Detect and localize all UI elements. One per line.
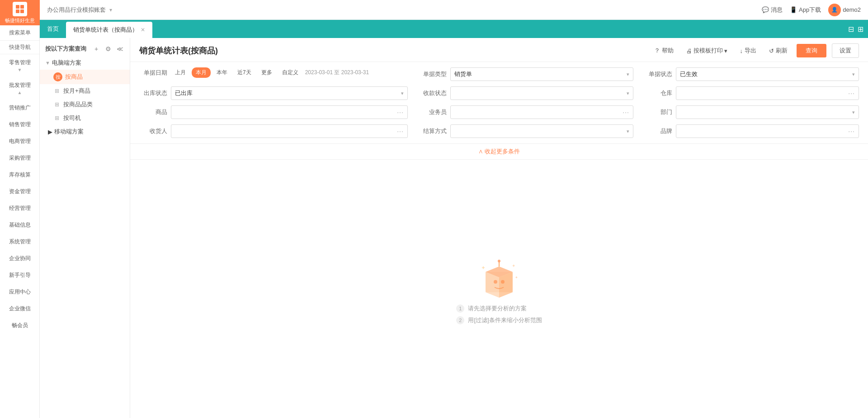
sidebar-item-corpwechat[interactable]: 企业微信 bbox=[0, 300, 39, 317]
sidebar-item-finance[interactable]: 资金管理 bbox=[0, 183, 39, 200]
sidebar-item-basic[interactable]: 基础信息 bbox=[0, 217, 39, 233]
filter-item-payment: 收款状态 ▾ bbox=[419, 86, 633, 100]
svg-rect-1 bbox=[20, 5, 24, 9]
settings-btn[interactable]: 设置 bbox=[832, 43, 859, 58]
sidebar-item-appcenter[interactable]: 应用中心 bbox=[0, 284, 39, 300]
salesperson-label: 业务员 bbox=[419, 108, 450, 116]
product-input[interactable]: ··· bbox=[171, 105, 408, 119]
date-range-value: 2023-03-01 至 2023-03-31 bbox=[305, 69, 369, 76]
collapse-panel-btn[interactable]: ≪ bbox=[115, 44, 124, 53]
newbie-label: 新手引导 bbox=[9, 271, 31, 279]
tab-report-close[interactable]: ✕ bbox=[141, 27, 145, 33]
svg-rect-2 bbox=[16, 10, 19, 13]
salesperson-input[interactable]: ··· bbox=[450, 105, 633, 119]
settings-scheme-btn[interactable]: ⚙ bbox=[104, 44, 113, 53]
sidebar-quicknav[interactable]: 快捷导航 bbox=[0, 41, 39, 54]
tab-report[interactable]: 销货单统计表（按商品） ✕ bbox=[66, 22, 152, 38]
sidebar-item-wholesale[interactable]: 批发管理 ▲ bbox=[0, 77, 39, 100]
app-download-label: App下载 bbox=[799, 6, 821, 14]
app-logo[interactable]: 畅捷情好生意 bbox=[0, 0, 40, 25]
tree-group-desktop-label: 电脑端方案 bbox=[52, 59, 81, 67]
outstatus-input[interactable]: 已出库 ▾ bbox=[171, 86, 408, 100]
sidebar-item-retail[interactable]: 零售管理 ▼ bbox=[0, 54, 39, 77]
receiver-dots: ··· bbox=[397, 128, 404, 135]
tree-item-by-month-product[interactable]: ⊞ 按月+商品 bbox=[40, 84, 130, 98]
warehouse-label: 仓库 bbox=[644, 89, 676, 97]
billtype-input[interactable]: 销货单 ▾ bbox=[450, 67, 633, 81]
filter-item-brand: 品牌 ··· bbox=[644, 124, 859, 138]
payment-input[interactable]: ▾ bbox=[450, 86, 633, 100]
sidebar-item-operations[interactable]: 经营管理 bbox=[0, 200, 39, 217]
query-btn[interactable]: 查询 bbox=[797, 44, 826, 57]
empty-tip-2: 2 用[过滤]条件来缩小分析范围 bbox=[456, 316, 542, 324]
wholesale-label: 批发管理 bbox=[9, 81, 31, 89]
filter-item-department: 部门 ▾ bbox=[644, 105, 859, 119]
help-btn[interactable]: ？ 帮助 bbox=[651, 45, 677, 57]
tip-num-1: 1 bbox=[456, 304, 464, 313]
receiver-input[interactable]: ··· bbox=[171, 124, 408, 138]
topbar-dropdown-arrow[interactable]: ▾ bbox=[109, 7, 112, 13]
export-icon: ↓ bbox=[740, 48, 743, 54]
sidebar-item-member[interactable]: 畅会员 bbox=[0, 317, 39, 334]
product-label: 商品 bbox=[139, 108, 171, 116]
outstatus-value: 已出库 bbox=[175, 89, 193, 97]
active-dot-icon: 按 bbox=[53, 72, 62, 81]
date-label: 单据日期 bbox=[139, 69, 171, 77]
refresh-btn[interactable]: ↺ 刷新 bbox=[765, 45, 791, 57]
tree-group-mobile-label: 移动端方案 bbox=[54, 128, 84, 136]
member-label: 畅会员 bbox=[12, 322, 28, 329]
tab-maximize-btn[interactable]: ⊞ bbox=[858, 25, 863, 33]
date-btn-custom[interactable]: 自定义 bbox=[278, 67, 302, 78]
date-btn-thisyear[interactable]: 本年 bbox=[212, 67, 231, 78]
sidebar-item-ecommerce[interactable]: 电商管理 bbox=[0, 133, 39, 150]
tab-home[interactable]: 首页 bbox=[40, 20, 66, 38]
svg-rect-3 bbox=[20, 10, 24, 13]
sidebar-item-marketing[interactable]: 营销推广 bbox=[0, 100, 39, 116]
sidebar-item-sales[interactable]: 销售管理 bbox=[0, 116, 39, 133]
filter-item-billstatus: 单据状态 已生效 ▾ bbox=[644, 67, 859, 81]
avatar-img: 👤 bbox=[831, 7, 838, 13]
department-input[interactable]: ▾ bbox=[676, 105, 859, 119]
tree-group-mobile-header[interactable]: ▶ 移动端方案 bbox=[40, 125, 130, 138]
filter-item-date: 单据日期 上月 本月 本年 近7天 更多 自定义 2023-03-01 至 20… bbox=[139, 67, 408, 78]
sidebar-item-enterprise[interactable]: 企业协同 bbox=[0, 250, 39, 267]
sidebar-item-newbie[interactable]: 新手引导 bbox=[0, 267, 39, 284]
outstatus-label: 出库状态 bbox=[139, 89, 171, 97]
date-btn-lastmonth[interactable]: 上月 bbox=[171, 67, 190, 78]
purchase-label: 采购管理 bbox=[9, 154, 31, 162]
tree-item-by-cashier[interactable]: ⊞ 按司机 bbox=[40, 111, 130, 125]
sidebar-item-inventory[interactable]: 库存核算 bbox=[0, 166, 39, 183]
app-download-btn[interactable]: 📱 App下载 bbox=[790, 6, 821, 14]
topbar-right: 💬 消息 📱 App下载 👤 demo2 bbox=[762, 4, 861, 16]
add-scheme-btn[interactable]: + bbox=[92, 44, 101, 53]
message-btn[interactable]: 💬 消息 bbox=[762, 6, 783, 14]
template-print-btn[interactable]: 🖨 按模板打印 ▾ bbox=[683, 45, 731, 57]
collapse-btn[interactable]: ∧ 收起更多条件 bbox=[130, 144, 868, 160]
sidebar-item-system[interactable]: 系统管理 bbox=[0, 233, 39, 250]
billstatus-value: 已生效 bbox=[680, 70, 698, 78]
date-btn-more[interactable]: 更多 bbox=[257, 67, 276, 78]
refresh-label: 刷新 bbox=[776, 47, 788, 55]
tree-group-desktop-header[interactable]: ▼ 电脑端方案 bbox=[40, 56, 130, 70]
filter-row-1: 单据日期 上月 本月 本年 近7天 更多 自定义 2023-03-01 至 20… bbox=[139, 67, 859, 81]
warehouse-input[interactable]: ··· bbox=[676, 86, 859, 100]
svg-text:✦: ✦ bbox=[481, 265, 486, 271]
brand-label: 品牌 bbox=[644, 127, 676, 135]
page-actions: ？ 帮助 🖨 按模板打印 ▾ ↓ 导出 ↺ 刷新 bbox=[651, 43, 859, 58]
message-label: 消息 bbox=[771, 6, 783, 14]
template-print-arrow: ▾ bbox=[724, 48, 727, 54]
sidebar-item-purchase[interactable]: 采购管理 bbox=[0, 150, 39, 166]
user-avatar-btn[interactable]: 👤 demo2 bbox=[828, 4, 861, 16]
tree-item-by-product[interactable]: 按 按商品 bbox=[40, 70, 130, 84]
tree-item-by-category[interactable]: ⊞ 按商品品类 bbox=[40, 98, 130, 111]
date-btn-thismonth[interactable]: 本月 bbox=[192, 67, 211, 78]
sidebar-search[interactable]: 搜索菜单 bbox=[0, 25, 39, 41]
export-btn[interactable]: ↓ 导出 bbox=[736, 45, 760, 57]
brand-input[interactable]: ··· bbox=[676, 124, 859, 138]
tab-minimize-btn[interactable]: ⊟ bbox=[848, 25, 854, 33]
settlement-input[interactable]: ▾ bbox=[450, 124, 633, 138]
export-label: 导出 bbox=[745, 47, 756, 55]
billstatus-input[interactable]: 已生效 ▾ bbox=[676, 67, 859, 81]
tip-text-2: 用[过滤]条件来缩小分析范围 bbox=[468, 316, 542, 324]
date-btn-7days[interactable]: 近7天 bbox=[233, 67, 255, 78]
